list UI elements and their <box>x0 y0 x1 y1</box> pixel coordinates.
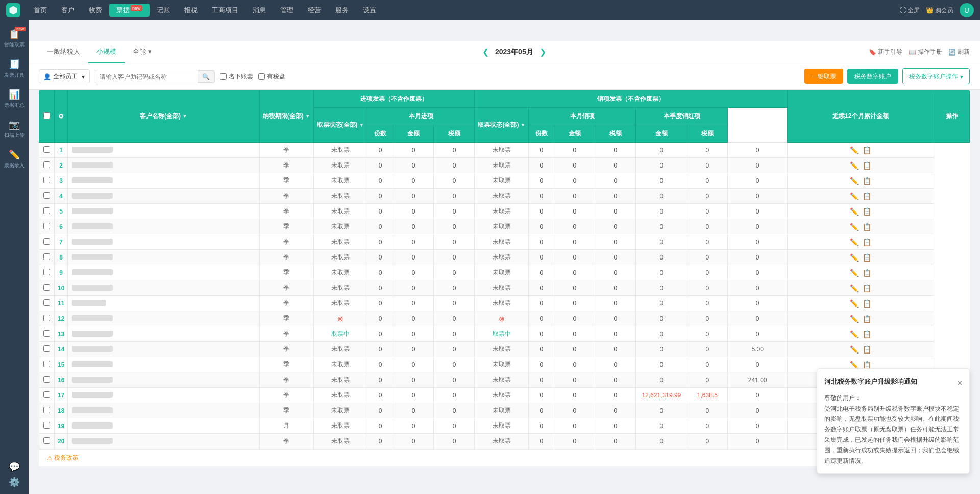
digital-account-op-btn[interactable]: 税务数字账户操作 ▾ <box>902 68 970 84</box>
sidebar-item-0[interactable]: 📋智能取票new <box>1 25 28 53</box>
row-check-9[interactable] <box>43 284 50 291</box>
row-check-18[interactable] <box>43 422 50 429</box>
sub-nav-tab-2[interactable]: 全能 ▾ <box>125 41 160 63</box>
row-check-13[interactable] <box>43 345 50 352</box>
edit-icon-7[interactable]: ✏️ <box>850 253 859 262</box>
accounts-filter[interactable]: 名下账套 <box>220 72 253 81</box>
sidebar-item-1[interactable]: 🧾发票开具 <box>1 55 28 83</box>
edit-icon-8[interactable]: ✏️ <box>850 269 859 277</box>
row-check-12[interactable] <box>43 330 50 337</box>
row-check-2[interactable] <box>43 177 50 183</box>
row-red-amount-19: 0 <box>636 434 687 449</box>
nav-item-10[interactable]: 服务 <box>328 4 356 17</box>
sidebar-settings-icon[interactable]: ⚙️ <box>9 477 20 488</box>
copy-icon-14[interactable]: 📋 <box>863 361 871 369</box>
sidebar-help-icon[interactable]: 💬 <box>9 461 20 473</box>
nav-item-8[interactable]: 管理 <box>273 4 301 17</box>
row-check-17[interactable] <box>43 407 50 413</box>
copy-icon-3[interactable]: 📋 <box>863 192 871 200</box>
edit-icon-0[interactable]: ✏️ <box>850 146 859 154</box>
manual-btn[interactable]: 📖 操作手册 <box>909 48 942 56</box>
nav-item-9[interactable]: 经营 <box>301 4 328 17</box>
row-check-8[interactable] <box>43 269 50 275</box>
sidebar-item-3[interactable]: 📷扫描上传 <box>1 115 28 143</box>
sidebar-item-2[interactable]: 📊票据汇总 <box>1 85 28 113</box>
row-check-6[interactable] <box>43 238 50 245</box>
nav-item-1[interactable]: 客户 <box>54 4 82 17</box>
nav-item-11[interactable]: 设置 <box>356 4 383 17</box>
nav-item-0[interactable]: 首页 <box>27 4 54 17</box>
tax-policy-link[interactable]: ⚠ 税务政策 <box>47 454 79 462</box>
row-check-1[interactable] <box>43 161 50 168</box>
nav-item-3[interactable]: 票据new <box>109 4 150 17</box>
nav-item-4[interactable]: 记账 <box>150 4 177 17</box>
row-check-7[interactable] <box>43 253 50 260</box>
copy-icon-13[interactable]: 📋 <box>863 345 871 354</box>
one-click-import-btn[interactable]: 一键取票 <box>804 69 843 84</box>
next-month-btn[interactable]: ❯ <box>540 47 546 57</box>
edit-icon-12[interactable]: ✏️ <box>850 330 859 338</box>
edit-icon-10[interactable]: ✏️ <box>850 299 859 308</box>
digital-account-btn[interactable]: 税务数字账户 <box>847 69 898 84</box>
edit-icon-13[interactable]: ✏️ <box>850 345 859 354</box>
employee-select[interactable]: 👤 全部员工 ▾ <box>39 69 90 83</box>
edit-icon-2[interactable]: ✏️ <box>850 177 859 185</box>
search-input[interactable] <box>95 70 198 83</box>
row-check-4[interactable] <box>43 207 50 214</box>
copy-icon-2[interactable]: 📋 <box>863 177 871 185</box>
row-check-11[interactable] <box>43 315 50 321</box>
copy-icon-9[interactable]: 📋 <box>863 284 871 292</box>
row-check-10[interactable] <box>43 299 50 306</box>
fullscreen-btn[interactable]: ⛶ 全屏 <box>900 6 920 15</box>
edit-icon-1[interactable]: ✏️ <box>850 161 859 170</box>
accounts-checkbox[interactable] <box>220 73 227 80</box>
period-filter-icon[interactable]: ▼ <box>305 113 310 119</box>
copy-icon-1[interactable]: 📋 <box>863 161 871 170</box>
nav-item-2[interactable]: 收费 <box>82 4 109 17</box>
copy-icon-12[interactable]: 📋 <box>863 330 871 338</box>
search-button[interactable]: 🔍 <box>198 70 214 83</box>
row-check-14[interactable] <box>43 361 50 367</box>
edit-icon-11[interactable]: ✏️ <box>850 315 859 323</box>
sales-status-filter-icon[interactable]: ▼ <box>520 122 525 128</box>
nav-item-7[interactable]: 消息 <box>246 4 273 17</box>
edit-icon-14[interactable]: ✏️ <box>850 361 859 369</box>
row-check-19[interactable] <box>43 437 50 444</box>
sub-nav-tab-0[interactable]: 一般纳税人 <box>39 41 88 63</box>
customer-filter-icon[interactable]: ▼ <box>182 113 187 119</box>
copy-icon-7[interactable]: 📋 <box>863 253 871 262</box>
refresh-btn[interactable]: 🔄 刷新 <box>948 48 970 56</box>
copy-icon-4[interactable]: 📋 <box>863 207 871 216</box>
row-check-15[interactable] <box>43 376 50 383</box>
user-avatar[interactable]: U <box>960 3 974 17</box>
edit-icon-3[interactable]: ✏️ <box>850 192 859 200</box>
copy-icon-0[interactable]: 📋 <box>863 146 871 154</box>
income-status-filter-icon[interactable]: ▼ <box>359 122 364 128</box>
guide-btn[interactable]: 🔖 新手引导 <box>869 48 902 56</box>
edit-icon-4[interactable]: ✏️ <box>850 207 859 216</box>
vip-btn[interactable]: 👑 购会员 <box>926 6 953 15</box>
row-check-3[interactable] <box>43 192 50 199</box>
nav-item-6[interactable]: 工商项目 <box>205 4 246 17</box>
sub-nav-tab-1[interactable]: 小规模 <box>88 41 125 63</box>
taxdisk-filter[interactable]: 有税盘 <box>258 72 285 81</box>
row-check-16[interactable] <box>43 391 50 398</box>
edit-icon-9[interactable]: ✏️ <box>850 284 859 292</box>
nav-item-5[interactable]: 报税 <box>177 4 205 17</box>
copy-icon-10[interactable]: 📋 <box>863 299 871 308</box>
edit-icon-5[interactable]: ✏️ <box>850 223 859 231</box>
notification-close-btn[interactable]: × <box>958 376 962 390</box>
prev-month-btn[interactable]: ❮ <box>482 47 489 57</box>
copy-icon-5[interactable]: 📋 <box>863 223 871 231</box>
copy-icon-11[interactable]: 📋 <box>863 315 871 323</box>
select-all-checkbox[interactable] <box>43 112 50 119</box>
copy-icon-6[interactable]: 📋 <box>863 238 871 246</box>
copy-icon-8[interactable]: 📋 <box>863 269 871 277</box>
app-logo[interactable] <box>6 3 20 17</box>
row-check-5[interactable] <box>43 223 50 229</box>
sidebar-item-4[interactable]: ✏️票据录入 <box>1 145 28 173</box>
row-check-0[interactable] <box>43 146 50 153</box>
taxdisk-checkbox[interactable] <box>258 73 265 80</box>
edit-icon-6[interactable]: ✏️ <box>850 238 859 246</box>
row-in-tax-3: 0 <box>434 189 475 204</box>
